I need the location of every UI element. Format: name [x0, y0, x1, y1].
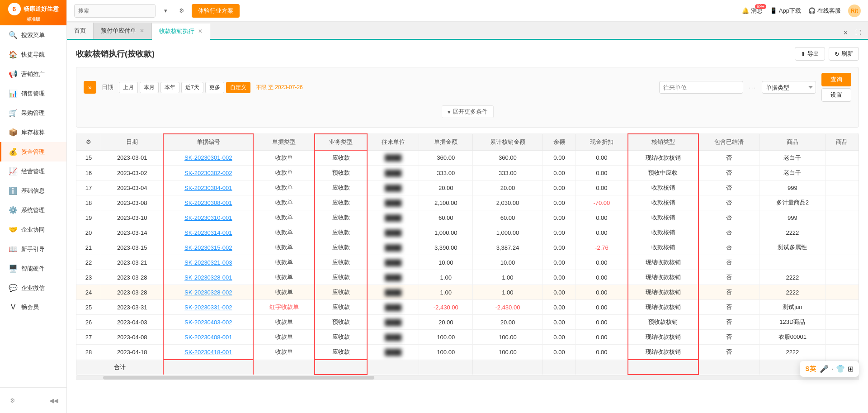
row-doctype: 红字收款单	[253, 300, 315, 315]
date-btn-this-month[interactable]: 本月	[140, 82, 159, 93]
sidebar-item-采购管理[interactable]: 🛒采购管理	[0, 103, 66, 123]
sidebar-item-系统管理[interactable]: ⚙️系统管理	[0, 200, 66, 220]
table-row: 282023-04-18SK-20230418-001收款单应收款████100…	[76, 345, 859, 360]
row-biztype: 应收款	[315, 195, 367, 210]
sidebar-item-库存核算[interactable]: 📦库存核算	[0, 123, 66, 142]
sidebar-item-营销推广[interactable]: 📢营销推广	[0, 64, 66, 84]
row-amount: 2,100.00	[419, 195, 473, 210]
row-partner: ████	[367, 330, 419, 345]
sidebar-item-基础信息[interactable]: ℹ️基础信息	[0, 181, 66, 200]
row-partner: ████	[367, 285, 419, 300]
gear-icon[interactable]: ⚙	[175, 5, 188, 17]
row-biztype: 应收款	[315, 330, 367, 345]
row-docno[interactable]: SK-20230315-002	[163, 240, 253, 255]
topbar: ▾ ⚙ 体验行业方案 🔔 消息 99+ 📱 App下载 🎧 在线客服 Rit	[67, 0, 868, 22]
sidebar-item-资金管理[interactable]: 💰资金管理	[0, 142, 66, 161]
row-docno[interactable]: SK-20230304-001	[163, 180, 253, 195]
sidebar-item-企业微信[interactable]: 💬企业微信	[0, 278, 66, 298]
row-docno[interactable]: SK-20230403-002	[163, 315, 253, 330]
tab-prepayment-close[interactable]: ✕	[140, 28, 144, 34]
close-tab-icon[interactable]: ✕	[839, 26, 852, 39]
sidebar-item-label: 资金管理	[21, 148, 45, 156]
row-num: 24	[76, 285, 101, 300]
widget-shirt-icon[interactable]: 👕	[836, 365, 845, 373]
notification-icon: 🔔	[742, 7, 749, 14]
user-avatar[interactable]: Rit	[848, 5, 861, 17]
sidebar-item-智能硬件[interactable]: 🖥️智能硬件	[0, 259, 66, 278]
col-header-settings[interactable]: ⚙	[76, 134, 101, 150]
tab-home[interactable]: 首页	[67, 23, 94, 39]
sidebar-icon: 🔍	[9, 31, 18, 39]
notification-item[interactable]: 🔔 消息 99+	[742, 7, 763, 15]
row-docno[interactable]: SK-20230408-001	[163, 330, 253, 345]
sidebar-item-label: 新手引导	[21, 245, 45, 253]
filter-dots: ···	[749, 84, 756, 91]
date-btn-custom[interactable]: 自定义	[226, 82, 250, 93]
app-name: 畅康道好生意	[24, 5, 59, 13]
row-docno[interactable]: SK-20230328-001	[163, 270, 253, 285]
sidebar-item-企业协同[interactable]: 🤝企业协同	[0, 220, 66, 239]
col-header-docno: 单据编号	[163, 134, 253, 150]
row-docno[interactable]: SK-20230308-001	[163, 195, 253, 210]
row-docno[interactable]: SK-20230301-002	[163, 150, 253, 166]
row-partner: ████	[367, 255, 419, 270]
sidebar-item-销售管理[interactable]: 📊销售管理	[0, 84, 66, 103]
sidebar-item-搜索菜单[interactable]: 🔍搜索菜单	[0, 25, 66, 45]
app-download-item[interactable]: 📱 App下载	[770, 7, 801, 15]
row-included: 否	[698, 330, 760, 345]
collapse-icon[interactable]: ◀◀	[47, 393, 61, 408]
query-button[interactable]: 查询	[821, 73, 851, 86]
filter-row-1: » 日期 上月 本月 本年 近7天 更多 自定义 不限 至 2023-07-26…	[84, 73, 851, 102]
export-button[interactable]: ⬆ 导出	[795, 47, 825, 61]
export-icon: ⬆	[801, 51, 806, 57]
doc-type-select[interactable]: 单据类型	[762, 81, 816, 94]
expand-conditions-button[interactable]: ▾ 展开更多条件	[442, 105, 494, 118]
filter-settings-button[interactable]: 设置	[821, 88, 851, 102]
tab-verification[interactable]: 收款核销执行 ✕	[152, 24, 210, 40]
sidebar-item-畅会员[interactable]: V畅会员	[0, 298, 66, 317]
row-docno[interactable]: SK-20230314-001	[163, 225, 253, 240]
fullscreen-icon[interactable]: ⛶	[852, 26, 864, 39]
solution-button[interactable]: 体验行业方案	[192, 4, 240, 18]
date-btn-last-month[interactable]: 上月	[119, 82, 138, 93]
scroll-thumb[interactable]	[103, 376, 374, 380]
date-btn-7days[interactable]: 近7天	[181, 82, 203, 93]
notification-badge: 99+	[755, 4, 766, 9]
row-docno[interactable]: SK-20230328-002	[163, 285, 253, 300]
row-docno[interactable]: SK-20230331-002	[163, 300, 253, 315]
row-docno[interactable]: SK-20230321-003	[163, 255, 253, 270]
search-input[interactable]	[74, 4, 156, 18]
row-product1: 测试jun	[760, 300, 826, 315]
app-download-label: App下载	[779, 7, 801, 15]
horizontal-scrollbar[interactable]	[76, 375, 859, 380]
row-included: 否	[698, 180, 760, 195]
date-btn-more[interactable]: 更多	[205, 82, 224, 93]
widget-keyboard-icon[interactable]: ·	[831, 365, 833, 373]
row-product1: 多计量商品2	[760, 195, 826, 210]
row-balance: 0.00	[542, 195, 576, 210]
widget-mic-icon[interactable]: 🎤	[820, 365, 829, 373]
refresh-button[interactable]: ↻ 刷新	[829, 47, 859, 61]
tab-verification-close[interactable]: ✕	[198, 28, 203, 34]
sidebar-item-经营管理[interactable]: 📈经营管理	[0, 161, 66, 181]
settings-icon[interactable]: ⚙	[5, 393, 20, 408]
row-included: 否	[698, 285, 760, 300]
sidebar-bottom: ⚙ ◀◀	[0, 387, 66, 413]
online-service-item[interactable]: 🎧 在线客服	[808, 7, 841, 15]
table-wrapper: ⚙ 日期 单据编号 单据类型 业务类型 往来单位 单据金额 累计核销金额 余额 …	[76, 133, 859, 380]
row-docno[interactable]: SK-20230310-001	[163, 210, 253, 225]
sidebar-item-快捷导航[interactable]: 🏠快捷导航	[0, 45, 66, 64]
row-docno[interactable]: SK-20230418-001	[163, 345, 253, 360]
row-docno[interactable]: SK-20230302-002	[163, 166, 253, 180]
sidebar-item-新手引导[interactable]: 📖新手引导	[0, 239, 66, 259]
date-btn-this-year[interactable]: 本年	[160, 82, 179, 93]
dropdown-icon[interactable]: ▾	[159, 5, 172, 17]
partner-input[interactable]	[659, 81, 743, 94]
filter-expand-button[interactable]: »	[84, 81, 96, 94]
widget-grid-icon[interactable]: ⊞	[848, 365, 854, 373]
sidebar: 6 畅康道好生意 标准版 🔍搜索菜单🏠快捷导航📢营销推广📊销售管理🛒采购管理📦库…	[0, 0, 67, 413]
tab-prepayment[interactable]: 预付单应付单 ✕	[94, 23, 152, 39]
row-included: 否	[698, 240, 760, 255]
footer-discount	[576, 360, 628, 375]
row-date: 2023-03-04	[101, 180, 164, 195]
